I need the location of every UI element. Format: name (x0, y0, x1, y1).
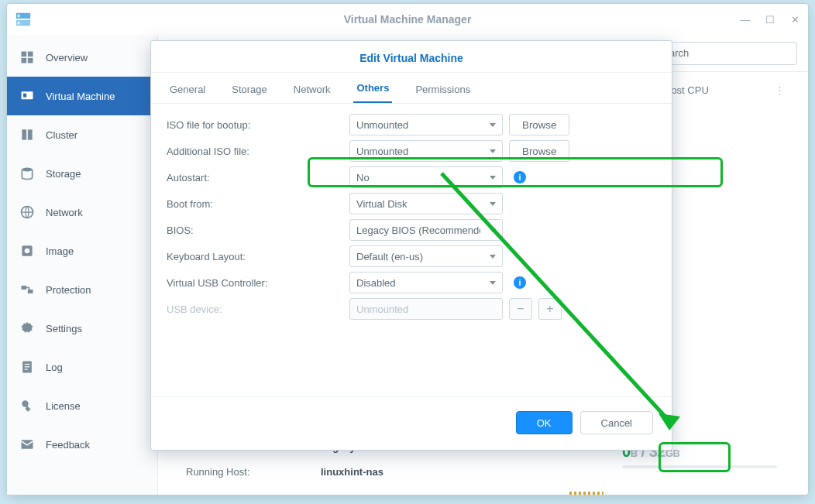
bios-field-label: BIOS: (167, 225, 343, 236)
iso-label: ISO file for bootup: (167, 119, 343, 131)
svg-rect-9 (23, 94, 26, 98)
sidebar-item-cluster[interactable]: Cluster (7, 115, 157, 154)
tab-permissions[interactable]: Permissions (412, 84, 473, 103)
sidebar-item-label: Log (46, 362, 63, 373)
license-icon (19, 398, 35, 413)
dialog-title: Edit Virtual Machine (151, 41, 672, 73)
svg-rect-7 (28, 58, 33, 63)
usbdev-label: USB device: (167, 303, 343, 315)
column-header-host-cpu[interactable]: Host CPU⋮ (656, 78, 793, 101)
svg-rect-11 (28, 129, 33, 139)
keyboard-label: Keyboard Layout: (167, 251, 343, 262)
ok-button[interactable]: OK (516, 411, 573, 434)
boot-select[interactable]: Virtual Disk (349, 193, 503, 214)
app-icon (15, 11, 32, 28)
caret-down-icon (490, 176, 496, 180)
maximize-icon[interactable]: ☐ (763, 14, 777, 26)
caret-down-icon (490, 123, 496, 127)
svg-rect-22 (25, 369, 28, 370)
sidebar-item-label: Settings (46, 323, 82, 334)
settings-icon (19, 321, 35, 336)
sidebar-item-label: Cluster (46, 129, 77, 141)
sidebar-item-protection[interactable]: Protection (7, 270, 157, 309)
sidebar-item-label: Virtual Machine (46, 91, 115, 102)
sidebar: Overview Virtual Machine Cluster Storage… (7, 35, 158, 495)
cluster-icon (19, 127, 35, 142)
svg-point-12 (22, 168, 32, 172)
keyboard-select[interactable]: Default (en-us) (349, 245, 503, 267)
sidebar-item-virtual-machine[interactable]: Virtual Machine (7, 77, 157, 115)
caret-down-icon (490, 255, 496, 259)
svg-point-15 (25, 249, 30, 254)
tab-network[interactable]: Network (291, 84, 334, 103)
tab-general[interactable]: General (167, 84, 208, 103)
sidebar-item-label: Protection (46, 284, 91, 296)
tab-storage[interactable]: Storage (229, 84, 270, 103)
feedback-icon (19, 437, 35, 452)
iso-select[interactable]: Unmounted (349, 114, 503, 135)
titlebar: Virtual Machine Manager — ☐ ✕ (7, 4, 808, 35)
iso2-label: Additional ISO file: (167, 146, 343, 157)
bios-select[interactable]: Legacy BIOS (Recommended) (349, 219, 503, 241)
info-icon[interactable]: i (514, 171, 526, 183)
remove-usb-button: − (509, 298, 532, 320)
sidebar-item-label: Storage (46, 168, 81, 180)
sidebar-item-settings[interactable]: Settings (7, 309, 157, 348)
caret-down-icon (490, 281, 496, 285)
log-icon (19, 359, 35, 375)
info-icon[interactable]: i (514, 276, 526, 289)
sidebar-item-log[interactable]: Log (7, 348, 157, 386)
usb-select[interactable]: Disabled (349, 272, 503, 293)
sidebar-item-overview[interactable]: Overview (7, 38, 157, 77)
add-usb-button: + (538, 298, 562, 320)
host-label: Running Host: (186, 466, 321, 478)
sidebar-item-label: Network (46, 207, 83, 218)
sidebar-item-label: Overview (46, 52, 88, 63)
close-icon[interactable]: ✕ (788, 14, 802, 26)
caret-down-icon (490, 228, 496, 232)
tab-others[interactable]: Others (353, 82, 392, 103)
table-cell: - (656, 105, 793, 116)
dialog-footer: OK Cancel (151, 396, 672, 450)
svg-rect-20 (25, 364, 30, 365)
svg-rect-5 (28, 52, 33, 57)
iso-browse-button[interactable]: Browse (509, 114, 569, 135)
sidebar-item-image[interactable]: Image (7, 231, 157, 270)
usb-label: Virtual USB Controller: (167, 277, 343, 289)
minimize-icon[interactable]: — (738, 14, 752, 26)
image-icon (19, 243, 35, 259)
edit-vm-dialog: Edit Virtual Machine General Storage Net… (150, 40, 672, 451)
svg-rect-16 (22, 286, 27, 290)
iso2-select[interactable]: Unmounted (349, 140, 503, 162)
svg-rect-10 (22, 129, 26, 139)
vm-icon (19, 88, 35, 104)
svg-rect-6 (22, 58, 27, 63)
svg-rect-2 (18, 15, 20, 18)
window-title: Virtual Machine Manager (7, 13, 808, 26)
network-icon (19, 204, 35, 220)
svg-rect-8 (22, 91, 33, 99)
caret-down-icon (490, 202, 496, 206)
cancel-button[interactable]: Cancel (580, 411, 653, 434)
sidebar-item-feedback[interactable]: Feedback (7, 425, 157, 464)
sidebar-item-storage[interactable]: Storage (7, 154, 157, 193)
autostart-label: Autostart: (167, 172, 343, 183)
sidebar-item-label: Image (46, 245, 74, 257)
sidebar-item-label: License (46, 400, 81, 412)
sidebar-item-license[interactable]: License (7, 386, 157, 425)
search-input[interactable] (657, 47, 790, 59)
caret-down-icon (490, 149, 496, 153)
overview-icon (19, 50, 35, 65)
svg-rect-4 (22, 52, 27, 57)
svg-rect-21 (25, 366, 30, 367)
boot-label: Boot from: (167, 198, 343, 210)
sidebar-item-network[interactable]: Network (7, 193, 157, 231)
host-value: linuxhint-nas (321, 466, 383, 478)
iso2-browse-button[interactable]: Browse (509, 140, 569, 162)
dialog-tabs: General Storage Network Others Permissio… (151, 73, 672, 104)
dialog-form: ISO file for bootup:UnmountedBrowse Addi… (151, 104, 672, 327)
storage-icon (19, 166, 35, 181)
usbdev-select: Unmounted (349, 298, 503, 320)
autostart-select[interactable]: No (349, 166, 503, 188)
protection-icon (19, 282, 35, 297)
